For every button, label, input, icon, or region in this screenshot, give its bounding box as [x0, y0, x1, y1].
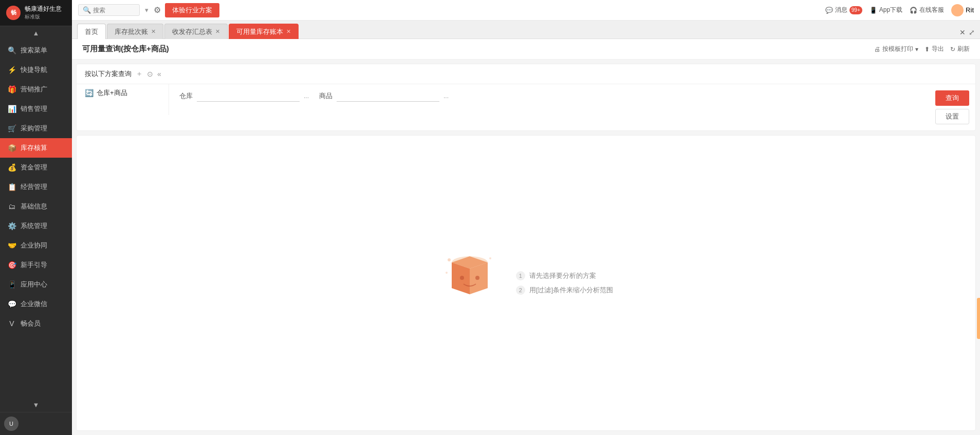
query-btn[interactable]: 查询 [935, 90, 969, 106]
wechat-icon: 💬 [7, 300, 16, 308]
app-icon: 📱 [870, 7, 877, 14]
finance-icon: 💰 [7, 163, 16, 172]
sidebar-item-appcenter[interactable]: 📱应用中心 [0, 275, 72, 294]
sidebar-header: 畅 畅康通好生意 标准版 [0, 0, 72, 26]
tab-batch-account[interactable]: 库存批次账✕ [107, 24, 163, 39]
user-menu[interactable]: Rit [951, 4, 974, 16]
tab-close-collect-summary[interactable]: ✕ [215, 28, 220, 35]
filter-fields: 仓库 ... 商品 ... [169, 84, 929, 108]
sidebar-item-operations[interactable]: 📋经营管理 [0, 177, 72, 197]
system-icon: ⚙️ [7, 222, 16, 230]
sales-icon: 📊 [7, 105, 16, 113]
close-tab-window-btn[interactable]: ✕ [959, 28, 966, 36]
export-btn[interactable]: ⬆ 导出 [924, 45, 944, 53]
newbie-icon: 🎯 [7, 261, 16, 269]
tab-home[interactable]: 首页 [77, 24, 106, 39]
page-title: 可用量查询(按仓库+商品) [82, 44, 169, 54]
sidebar-item-system[interactable]: ⚙️系统管理 [0, 216, 72, 236]
warehouse-more-btn[interactable]: ... [304, 92, 309, 100]
sidebar-scroll-up[interactable]: ▲ [0, 26, 72, 41]
filter-collapse-btn[interactable]: « [157, 70, 161, 78]
warehouse-field: 仓库 ... [179, 90, 309, 102]
settings-btn[interactable]: 设置 [935, 109, 969, 124]
warehouse-field-label: 仓库 [179, 91, 193, 101]
warehouse-input[interactable] [197, 90, 300, 102]
filter-manage-btn[interactable]: ⊙ [147, 70, 153, 78]
right-edge-indicator [977, 298, 980, 339]
tab-collect-summary[interactable]: 收发存汇总表✕ [164, 24, 228, 39]
product-input[interactable] [337, 90, 439, 102]
user-name: Rit [966, 6, 974, 14]
filter-schemes: 🔄仓库+商品 [77, 84, 169, 115]
app-download-label: App下载 [879, 6, 902, 14]
sidebar-item-marketing[interactable]: 🎁营销推广 [0, 80, 72, 99]
settings-icon[interactable]: ⚙ [154, 5, 161, 15]
sidebar-item-shortcut[interactable]: ⚡快捷导航 [0, 60, 72, 80]
search-dropdown-icon[interactable]: ▾ [144, 5, 150, 15]
sidebar-item-purchase[interactable]: 🛒采购管理 [0, 119, 72, 138]
sidebar-subtitle: 标准版 [25, 13, 62, 21]
message-icon: 💬 [825, 7, 833, 14]
sidebar-item-sales[interactable]: 📊销售管理 [0, 99, 72, 119]
search-input[interactable] [93, 7, 134, 14]
sidebar-item-search[interactable]: 🔍搜索菜单 [0, 41, 72, 60]
page-header: 可用量查询(按仓库+商品) 🖨 按模板打印 ▾ ⬆ 导出 ↻ 刷新 [72, 39, 980, 60]
sidebar: 畅 畅康通好生意 标准版 ▲ 🔍搜索菜单⚡快捷导航🎁营销推广📊销售管理🛒采购管理… [0, 0, 72, 435]
sidebar-item-enterprise[interactable]: 🤝企业协同 [0, 236, 72, 255]
message-label: 消息 [835, 6, 847, 14]
sidebar-item-newbie[interactable]: 🎯新手引导 [0, 255, 72, 275]
message-btn[interactable]: 💬 消息 99+ [825, 6, 862, 14]
main-area: 🔍 ▾ ⚙ 体验行业方案 💬 消息 99+ 📱 App下载 🎧 在线客服 Rit [72, 0, 980, 435]
sidebar-title: 畅康通好生意 [25, 5, 62, 13]
filter-panel: 按以下方案查询 ＋ ⊙ « 🔄仓库+商品 仓库 ... 商品 [76, 64, 976, 131]
hint-item-1: 1 请先选择要分析的方案 [516, 271, 613, 280]
filter-add-btn[interactable]: ＋ [136, 69, 143, 79]
print-btn[interactable]: 🖨 按模板打印 ▾ [874, 45, 918, 53]
tab-close-batch-account[interactable]: ✕ [151, 28, 156, 35]
online-service-label: 在线客服 [919, 6, 944, 14]
export-label: 导出 [932, 45, 944, 53]
sidebar-item-finance[interactable]: 💰资金管理 [0, 158, 72, 177]
filter-scheme-warehouse-product[interactable]: 🔄仓库+商品 [77, 84, 169, 102]
sidebar-item-member[interactable]: V畅会员 [0, 314, 72, 333]
sidebar-item-wechat[interactable]: 💬企业微信 [0, 294, 72, 314]
tab-available-ledger[interactable]: 可用量库存账本✕ [229, 24, 299, 39]
shortcut-icon: ⚡ [7, 66, 16, 74]
empty-hints: 1 请先选择要分析的方案 2 用[过滤]条件来缩小分析范围 [516, 271, 613, 295]
sidebar-logo: 畅 [6, 6, 21, 20]
svg-point-4 [460, 276, 464, 280]
box-illustration [439, 252, 501, 314]
refresh-btn[interactable]: ↻ 刷新 [950, 45, 970, 53]
basic-icon: 🗂 [7, 202, 16, 211]
member-icon: V [7, 319, 16, 328]
svg-point-7 [489, 257, 491, 259]
page-actions: 🖨 按模板打印 ▾ ⬆ 导出 ↻ 刷新 [874, 45, 970, 53]
product-more-btn[interactable]: ... [443, 92, 449, 100]
expand-tab-window-btn[interactable]: ⤢ [969, 28, 975, 36]
svg-point-5 [475, 276, 479, 280]
message-badge: 99+ [849, 6, 862, 14]
app-download-btn[interactable]: 📱 App下载 [870, 6, 902, 14]
operations-icon: 📋 [7, 183, 16, 191]
topbar: 🔍 ▾ ⚙ 体验行业方案 💬 消息 99+ 📱 App下载 🎧 在线客服 Rit [72, 0, 980, 21]
sidebar-user[interactable]: U [0, 412, 72, 435]
hint-item-2: 2 用[过滤]条件来缩小分析范围 [516, 286, 613, 295]
export-icon: ⬆ [924, 46, 930, 53]
tab-close-available-ledger[interactable]: ✕ [286, 28, 291, 35]
refresh-label: 刷新 [957, 45, 970, 53]
filter-body: 🔄仓库+商品 仓库 ... 商品 ... 查询 设置 [77, 84, 975, 130]
sidebar-item-basic[interactable]: 🗂基础信息 [0, 197, 72, 216]
sidebar-scroll-down[interactable]: ▼ [0, 398, 72, 412]
tabbar: 首页库存批次账✕收发存汇总表✕可用量库存账本✕ ✕ ⤢ [72, 21, 980, 39]
tab-window-controls: ✕ ⤢ [959, 28, 975, 39]
empty-illustration [439, 252, 501, 314]
trial-btn[interactable]: 体验行业方案 [165, 3, 219, 17]
topbar-avatar [951, 4, 964, 16]
topbar-search-box[interactable]: 🔍 [78, 4, 140, 16]
sidebar-brand: 畅康通好生意 标准版 [25, 5, 62, 21]
print-label: 按模板打印 [882, 45, 913, 53]
print-icon: 🖨 [874, 46, 880, 53]
print-dropdown-icon[interactable]: ▾ [915, 46, 918, 53]
sidebar-item-inventory[interactable]: 📦库存核算 [0, 138, 72, 158]
online-service-btn[interactable]: 🎧 在线客服 [910, 6, 944, 14]
